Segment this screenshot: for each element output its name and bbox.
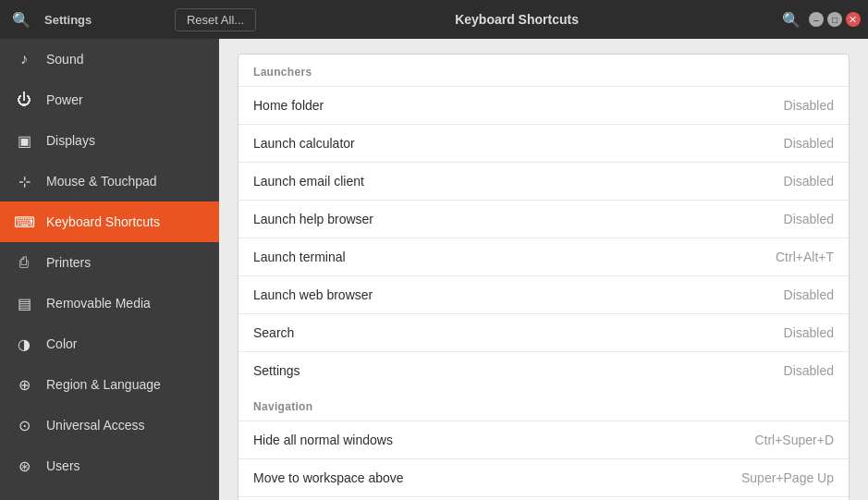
shortcut-value: Ctrl+Super+D (754, 433, 834, 447)
sidebar-label-displays: Displays (46, 133, 95, 148)
keyboard-icon: ⌨ (15, 213, 33, 231)
users-icon: ⊛ (15, 457, 33, 475)
minimize-button[interactable]: – (809, 12, 824, 27)
power-icon: ⏻ (15, 91, 33, 109)
shortcut-value: Disabled (784, 287, 834, 302)
sidebar-item-displays[interactable]: ▣Displays (0, 120, 219, 161)
sidebar-item-region[interactable]: ⊕Region & Language (0, 364, 219, 405)
main-layout: ♪Sound⏻Power▣Displays⊹Mouse & Touchpad⌨K… (0, 39, 868, 500)
sidebar-item-users[interactable]: ⊛Users (0, 445, 219, 486)
mouse-icon: ⊹ (15, 172, 33, 190)
printers-icon: ⎙ (15, 253, 33, 272)
sidebar-label-color: Color (46, 336, 77, 351)
navigation-row[interactable]: Move to workspace belowSuper+Page Down (238, 496, 849, 500)
shortcut-value: Disabled (784, 136, 834, 151)
sidebar-item-default-apps[interactable]: ★Default Applications (0, 486, 219, 500)
removable-icon: ▤ (15, 294, 33, 312)
sidebar: ♪Sound⏻Power▣Displays⊹Mouse & Touchpad⌨K… (0, 39, 219, 500)
sidebar-item-removable[interactable]: ▤Removable Media (0, 283, 219, 323)
sound-icon: ♪ (15, 50, 33, 68)
displays-icon: ▣ (15, 131, 33, 150)
shortcut-name: Launch web browser (253, 287, 784, 302)
sidebar-label-printers: Printers (46, 255, 91, 270)
sidebar-item-sound[interactable]: ♪Sound (0, 39, 219, 79)
sidebar-label-power: Power (46, 92, 83, 107)
shortcut-name: Launch help browser (253, 212, 784, 226)
sidebar-label-mouse: Mouse & Touchpad (46, 174, 157, 189)
launcher-row[interactable]: Launch help browserDisabled (238, 200, 849, 238)
shortcuts-card: Launchers Home folderDisabledLaunch calc… (238, 54, 850, 500)
shortcut-value: Disabled (784, 98, 834, 113)
shortcut-name: Search (253, 325, 784, 340)
window-title: Keyboard Shortcuts (392, 12, 642, 27)
launcher-row[interactable]: Launch web browserDisabled (238, 275, 849, 313)
shortcut-name: Launch email client (253, 174, 784, 189)
sidebar-item-mouse[interactable]: ⊹Mouse & Touchpad (0, 161, 219, 201)
shortcut-value: Ctrl+Alt+T (776, 250, 834, 264)
shortcut-value: Disabled (784, 363, 834, 378)
region-icon: ⊕ (15, 375, 33, 394)
launcher-row[interactable]: Launch email clientDisabled (238, 162, 849, 200)
navigation-row[interactable]: Move to workspace aboveSuper+Page Up (238, 458, 849, 496)
close-button[interactable]: ✕ (846, 12, 861, 27)
color-icon: ◑ (15, 335, 33, 353)
shortcut-value: Disabled (784, 174, 834, 189)
launcher-row[interactable]: SettingsDisabled (238, 351, 849, 389)
shortcut-name: Launch terminal (253, 250, 776, 264)
launcher-row[interactable]: Home folderDisabled (238, 86, 849, 124)
shortcut-value: Super+Page Up (741, 470, 834, 485)
sidebar-label-region: Region & Language (46, 377, 161, 392)
launcher-row[interactable]: SearchDisabled (238, 313, 849, 351)
shortcut-name: Settings (253, 363, 784, 378)
shortcut-value: Disabled (784, 212, 834, 226)
universal-icon: ⊙ (15, 416, 33, 434)
sidebar-item-color[interactable]: ◑Color (0, 323, 219, 364)
sidebar-item-power[interactable]: ⏻Power (0, 79, 219, 120)
navigation-row[interactable]: Hide all normal windowsCtrl+Super+D (238, 421, 849, 458)
sidebar-item-keyboard[interactable]: ⌨Keyboard Shortcuts (0, 201, 219, 242)
window-controls: 🔍 – □ ✕ (777, 6, 861, 33)
sidebar-label-removable: Removable Media (46, 296, 151, 311)
sidebar-label-universal: Universal Access (46, 418, 145, 433)
shortcut-name: Launch calculator (253, 136, 784, 151)
sidebar-label-users: Users (46, 458, 80, 473)
sidebar-item-printers[interactable]: ⎙Printers (0, 242, 219, 283)
sidebar-item-universal[interactable]: ⊙Universal Access (0, 405, 219, 445)
titlebar-search-button[interactable]: 🔍 (7, 6, 35, 33)
launchers-section-header: Launchers (238, 55, 849, 86)
reset-all-button[interactable]: Reset All... (175, 8, 256, 31)
maximize-button[interactable]: □ (827, 12, 842, 27)
titlebar: 🔍 Settings Reset All... Keyboard Shortcu… (0, 0, 868, 39)
sidebar-label-sound: Sound (46, 52, 83, 67)
launcher-row[interactable]: Launch calculatorDisabled (238, 124, 849, 162)
navigation-section-header: Navigation (238, 389, 849, 421)
sidebar-label-keyboard: Keyboard Shortcuts (46, 214, 160, 229)
launcher-row[interactable]: Launch terminalCtrl+Alt+T (238, 238, 849, 275)
main-content: Launchers Home folderDisabledLaunch calc… (219, 39, 868, 500)
shortcut-name: Home folder (253, 98, 784, 113)
search-button[interactable]: 🔍 (777, 6, 805, 33)
app-name: Settings (44, 13, 169, 27)
shortcut-name: Move to workspace above (253, 470, 741, 485)
shortcut-value: Disabled (784, 325, 834, 340)
shortcut-name: Hide all normal windows (253, 433, 754, 447)
